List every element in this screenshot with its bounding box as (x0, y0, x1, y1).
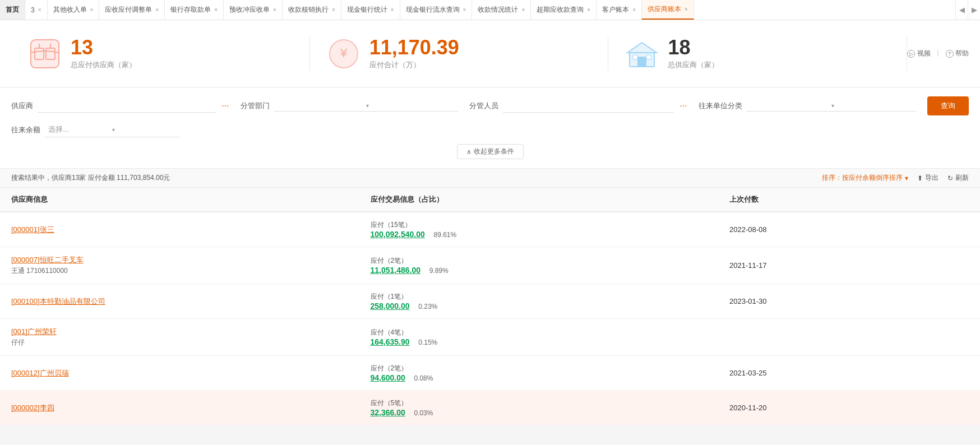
supplier-sub-info: 王通 17106110000 (11, 266, 371, 276)
close-icon[interactable]: × (463, 7, 466, 13)
nav-tab-receipt-verify[interactable]: 收款核销执行 × (283, 0, 341, 20)
close-icon[interactable]: × (214, 7, 218, 13)
search-section: 供应商 ··· 分管部门 ▾ 分管人员 ··· 往来单位分类 ▾ 查询 往来 (0, 87, 980, 169)
nav-tab-ar-ap-adjust[interactable]: 应收应付调整单 × (99, 0, 165, 20)
trans-percent: 9.89% (429, 267, 449, 275)
supplier-link[interactable]: [000001]张三 (11, 225, 371, 235)
trans-amount-link[interactable]: 94,600.00 (371, 373, 405, 382)
chevron-down-icon: ▾ (831, 103, 913, 109)
trans-amount-link[interactable]: 32,366.00 (371, 408, 405, 417)
nav-tab-overdue-ar[interactable]: 超期应收款查询 × (531, 0, 597, 20)
ap-total-amount: 11,170.39 (369, 38, 459, 58)
nav-next-button[interactable]: ▶ (968, 0, 980, 20)
nav-tab-customer-ledger[interactable]: 客户账本 × (597, 0, 642, 20)
nav-tab-cash-bank-stat[interactable]: 现金银行统计 × (341, 0, 400, 20)
trans-label: 应付（4笔） (371, 328, 730, 337)
right-actions: 排序：按应付余额倒序排序 ▾ ⬆ 导出 ↻ 刷新 (822, 173, 969, 183)
nav-tab-cash-flow-query[interactable]: 现金银行流水查询 × (400, 0, 473, 20)
supplier-link[interactable]: [000100]本特勤油品有限公司 (11, 296, 371, 307)
header-stats: 13 总应付供应商（家） ¥ 11,170.39 应付合计（万） (0, 20, 980, 87)
unit-category-filter-select[interactable]: ▾ (747, 100, 917, 112)
video-circle-icon: ▷ (907, 50, 915, 58)
close-icon[interactable]: × (521, 7, 525, 13)
close-icon[interactable]: × (38, 7, 41, 13)
transaction-cell: 应付（2笔） 94,600.00 0.08% (371, 364, 730, 382)
close-icon[interactable]: × (632, 7, 636, 13)
trans-amount-link[interactable]: 258,000.00 (371, 302, 410, 310)
collapse-up-icon: ∧ (466, 148, 471, 156)
balance-filter-select[interactable]: 选择... ▾ (45, 122, 179, 137)
last-pay-date: 2020-11-20 (729, 404, 969, 412)
nav-tab-supplier-ledger[interactable]: 供应商账本 × (642, 0, 694, 20)
last-pay-date: 2021-11-17 (729, 261, 969, 270)
table-row: [000007]恒旺二手叉车 王通 17106110000 应付（2笔） 11,… (0, 247, 980, 284)
trans-amount-link[interactable]: 100,092,540.00 (371, 230, 425, 239)
help-link[interactable]: ? 帮助 (946, 49, 969, 58)
person-filter-label: 分管人员 (469, 101, 498, 111)
stat-content-total-suppliers: 18 总供应商（家） (668, 38, 719, 70)
col-supplier-info: 供应商信息 (11, 194, 371, 205)
search-button[interactable]: 查询 (927, 96, 969, 115)
results-bar: 搜索结果中，供应商13家 应付金额 111,703,854.00元 排序：按应付… (0, 169, 980, 188)
collapse-button[interactable]: ∧ 收起更多条件 (457, 144, 524, 159)
department-filter-label: 分管部门 (241, 101, 270, 111)
table-header: 供应商信息 应付交易信息（占比） 上次付数 (0, 188, 980, 212)
close-icon[interactable]: × (273, 7, 276, 13)
close-icon[interactable]: × (90, 7, 94, 13)
supplier-link[interactable]: [000007]恒旺二手叉车 (11, 255, 371, 265)
stat-card-ap-suppliers: 13 总应付供应商（家） (11, 37, 310, 71)
filter-row-2: 往来余额 选择... ▾ (11, 122, 969, 137)
balance-filter-label: 往来余额 (11, 125, 40, 135)
video-link[interactable]: ▷ 视频 (907, 49, 930, 58)
table-row: [000012]广州贝瑞 应付（2笔） 94,600.00 0.08% 2021… (0, 356, 980, 391)
person-filter-input[interactable] (503, 99, 674, 113)
person-more-icon[interactable]: ··· (679, 101, 687, 111)
results-summary: 搜索结果中，供应商13家 应付金额 111,703,854.00元 (11, 173, 170, 183)
last-pay-date: 2022-08-08 (729, 225, 969, 234)
chevron-down-icon: ▾ (366, 103, 455, 109)
nav-tab-receipt-stat[interactable]: 收款情况统计 × (472, 0, 531, 20)
trans-label: 应付（5笔） (371, 398, 730, 408)
trans-percent: 0.08% (414, 374, 433, 382)
supplier-cell: [000012]广州贝瑞 (11, 368, 371, 378)
trans-label: 应付（15笔） (371, 220, 730, 230)
supplier-filter-input[interactable] (38, 99, 216, 113)
transaction-cell: 应付（5笔） 32,366.00 0.03% (371, 398, 730, 417)
supplier-cell: [000001]张三 (11, 225, 371, 235)
nav-tab-bank-deposit[interactable]: 银行存取款单 × (165, 0, 224, 20)
filter-department: 分管部门 ▾ (241, 100, 459, 112)
ap-supplier-label: 总应付供应商（家） (71, 60, 136, 70)
supplier-link[interactable]: [000012]广州贝瑞 (11, 368, 371, 378)
store-icon (625, 37, 659, 71)
supplier-cell: [000007]恒旺二手叉车 王通 17106110000 (11, 255, 371, 276)
nav-tab-3[interactable]: 3 × (25, 0, 48, 20)
top-navigation: 首页 3 × 其他收入单 × 应收应付调整单 × 银行存取款单 × 预收冲应收单… (0, 0, 980, 20)
close-icon[interactable]: × (685, 6, 688, 12)
ap-total-icon: ¥ (327, 37, 360, 71)
col-transaction-info: 应付交易信息（占比） (371, 194, 730, 205)
transaction-cell: 应付（1笔） 258,000.00 0.23% (371, 292, 730, 310)
close-icon[interactable]: × (332, 7, 335, 13)
trans-amount-link[interactable]: 11,051,486.00 (371, 266, 421, 275)
supplier-link[interactable]: [001]广州荣轩 (11, 327, 371, 337)
nav-tab-other-income[interactable]: 其他收入单 × (48, 0, 100, 20)
supplier-link[interactable]: [000002]李四 (11, 403, 371, 413)
nav-prev-button[interactable]: ◀ (955, 0, 968, 20)
supplier-more-icon[interactable]: ··· (221, 101, 229, 111)
sort-dropdown[interactable]: 排序：按应付余额倒序排序 ▾ (822, 173, 908, 183)
refresh-button[interactable]: ↻ 刷新 (947, 173, 969, 183)
trans-amount-link[interactable]: 164,635.90 (371, 337, 410, 346)
nav-tab-home[interactable]: 首页 (0, 0, 25, 20)
close-icon[interactable]: × (391, 7, 394, 13)
trans-percent: 0.23% (418, 303, 437, 310)
refresh-icon: ↻ (947, 174, 953, 182)
nav-tab-prepay-ar[interactable]: 预收冲应收单 × (224, 0, 283, 20)
export-button[interactable]: ⬆ 导出 (917, 173, 939, 183)
department-filter-select[interactable]: ▾ (274, 100, 459, 112)
close-icon[interactable]: × (587, 7, 590, 13)
transaction-cell: 应付（2笔） 11,051,486.00 9.89% (371, 256, 730, 275)
close-icon[interactable]: × (155, 7, 159, 13)
supplier-sub-info: 仔仔 (11, 338, 371, 347)
supplier-cell: [000002]李四 (11, 403, 371, 413)
trans-label: 应付（1笔） (371, 292, 730, 302)
